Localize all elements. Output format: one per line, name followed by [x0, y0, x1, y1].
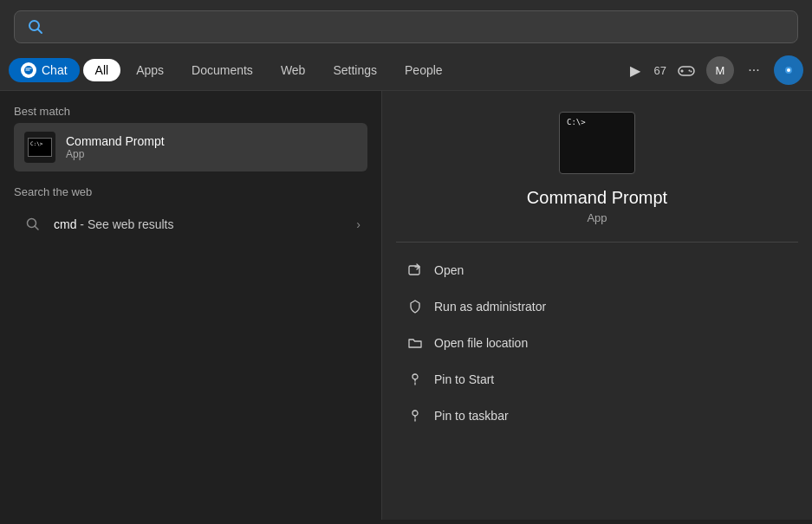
svg-line-1	[38, 29, 42, 34]
web-query-text: cmd - See web results	[54, 217, 174, 231]
tab-documents-label: Documents	[192, 63, 253, 77]
web-search-arrow-icon: ›	[356, 217, 361, 231]
pin-taskbar-icon	[406, 407, 424, 424]
web-search-section: Search the web cmd - See web results ›	[14, 185, 367, 245]
web-search-magnifier-icon	[21, 212, 45, 236]
tab-web[interactable]: Web	[269, 59, 318, 81]
app-icon-large	[559, 112, 635, 174]
admin-icon	[406, 298, 424, 315]
cmd-icon-image	[28, 138, 52, 157]
tab-web-label: Web	[281, 63, 306, 77]
more-options-icon[interactable]: ···	[741, 57, 767, 83]
tabs-right-controls: ▶ 67 M ···	[623, 55, 803, 85]
chat-tab-icon	[21, 62, 36, 78]
tab-apps-label: Apps	[136, 63, 164, 77]
action-open[interactable]: Open	[396, 253, 798, 288]
tab-settings-label: Settings	[333, 63, 377, 77]
web-search-label: Search the web	[14, 185, 367, 198]
svg-point-6	[689, 70, 691, 72]
svg-point-7	[691, 71, 692, 73]
play-button[interactable]: ▶	[623, 58, 647, 82]
action-pin-to-start[interactable]: Pin to Start	[396, 362, 798, 397]
web-search-item[interactable]: cmd - See web results ›	[14, 204, 367, 245]
result-subtitle: App	[66, 148, 165, 160]
tab-settings[interactable]: Settings	[321, 59, 389, 81]
action-list: Open Run as administrator Open file loca…	[396, 253, 798, 433]
left-panel: Best match Command Prompt App Search the…	[0, 91, 381, 520]
user-avatar[interactable]: M	[706, 56, 734, 84]
command-prompt-result[interactable]: Command Prompt App	[14, 123, 367, 171]
app-type-large: App	[587, 211, 607, 224]
svg-point-17	[412, 411, 418, 416]
action-pin-to-taskbar[interactable]: Pin to taskbar	[396, 398, 798, 433]
tab-all-label: All	[95, 63, 109, 77]
right-panel: Command Prompt App Open	[381, 91, 812, 520]
open-label: Open	[434, 263, 464, 277]
tab-all[interactable]: All	[83, 59, 121, 81]
run-admin-label: Run as administrator	[434, 300, 546, 314]
pin-to-taskbar-label: Pin to taskbar	[434, 409, 509, 423]
svg-point-10	[787, 68, 790, 72]
best-match-label: Best match	[14, 105, 367, 118]
search-icon	[27, 18, 44, 36]
command-prompt-text: Command Prompt App	[66, 134, 165, 160]
tabs-row: Chat All Apps Documents Web Settings Peo…	[0, 50, 812, 91]
open-file-location-label: Open file location	[434, 336, 528, 350]
result-title: Command Prompt	[66, 134, 165, 148]
tab-chat[interactable]: Chat	[9, 58, 80, 82]
open-icon	[406, 262, 424, 279]
main-content: Best match Command Prompt App Search the…	[0, 91, 812, 520]
app-name-large: Command Prompt	[527, 188, 667, 208]
folder-icon	[406, 334, 424, 352]
tab-apps[interactable]: Apps	[124, 59, 176, 81]
tab-chat-label: Chat	[42, 63, 68, 77]
search-bar: cmd	[14, 10, 798, 43]
search-input[interactable]: cmd	[53, 19, 785, 35]
badge-count: 67	[654, 64, 666, 77]
cortana-button[interactable]	[774, 55, 803, 85]
svg-point-15	[412, 374, 418, 379]
svg-line-12	[35, 226, 38, 230]
action-run-admin[interactable]: Run as administrator	[396, 289, 798, 324]
pin-start-icon	[406, 371, 424, 388]
command-prompt-icon	[24, 132, 55, 163]
tab-people-label: People	[405, 63, 443, 77]
tab-people[interactable]: People	[393, 59, 455, 81]
best-match-section: Best match Command Prompt App	[14, 105, 367, 171]
action-open-file-location[interactable]: Open file location	[396, 326, 798, 360]
controller-icon[interactable]	[673, 57, 699, 83]
tab-documents[interactable]: Documents	[179, 59, 265, 81]
panel-divider	[396, 242, 798, 243]
search-container: cmd	[0, 0, 812, 50]
pin-to-start-label: Pin to Start	[434, 372, 494, 386]
